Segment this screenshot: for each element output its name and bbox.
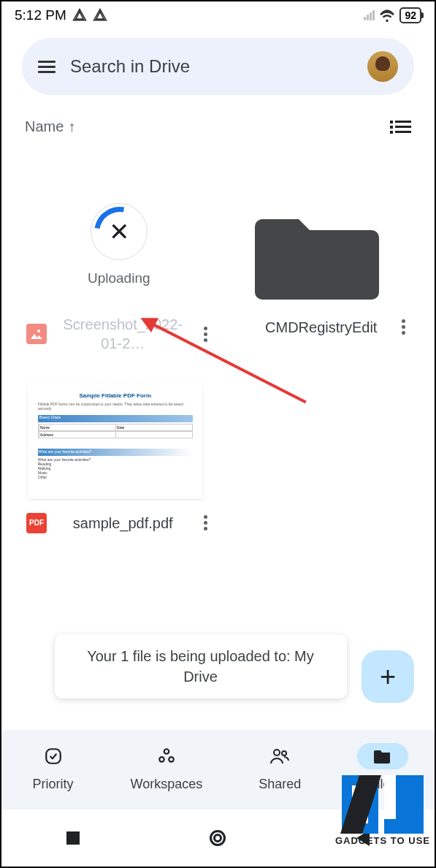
svg-point-6: [282, 751, 286, 755]
file-item-pdf[interactable]: Sample Fillable PDF Form Fillable PDF fo…: [23, 382, 215, 535]
recents-button[interactable]: [66, 831, 80, 845]
pdf-thumbnail: Sample Fillable PDF Form Fillable PDF fo…: [28, 382, 203, 499]
nav-workspaces[interactable]: Workspaces: [131, 743, 203, 792]
svg-rect-1: [46, 749, 61, 764]
svg-point-0: [37, 330, 40, 332]
avatar[interactable]: [367, 51, 398, 82]
file-item-uploading[interactable]: ✕ Uploading Screenshot_2022-01-2…: [23, 186, 215, 353]
sort-button[interactable]: Name ↑: [25, 118, 75, 135]
status-bar: 5:12 PM 92: [1, 1, 435, 29]
drive-icon: [72, 8, 87, 23]
search-input[interactable]: Search in Drive: [70, 56, 353, 77]
file-item-folder[interactable]: CMDRegistryEdit: [222, 186, 413, 353]
more-icon[interactable]: [199, 322, 212, 346]
search-bar[interactable]: Search in Drive: [22, 38, 414, 95]
view-toggle-icon[interactable]: [390, 121, 411, 134]
menu-icon[interactable]: [38, 61, 56, 73]
more-icon[interactable]: [199, 511, 212, 535]
svg-point-4: [169, 757, 174, 762]
drive-icon: [93, 8, 107, 23]
shared-icon: [269, 747, 290, 766]
signal-icon: [364, 10, 375, 20]
battery-icon: 92: [399, 7, 421, 23]
file-name: sample_pdf.pdf: [54, 514, 192, 533]
watermark: GADGETS TO USE: [335, 775, 430, 846]
svg-point-2: [164, 749, 169, 754]
nav-shared[interactable]: Shared: [254, 743, 305, 792]
file-grid: ✕ Uploading Screenshot_2022-01-2… CMDReg…: [1, 150, 435, 535]
workspaces-icon: [157, 747, 176, 766]
priority-icon: [44, 747, 63, 766]
nav-priority[interactable]: Priority: [28, 743, 79, 792]
upload-toast: Your 1 file is being uploaded to: My Dri…: [55, 634, 347, 698]
svg-point-3: [159, 757, 164, 762]
arrow-up-icon: ↑: [68, 118, 75, 135]
image-icon: [26, 324, 47, 344]
svg-point-5: [274, 750, 280, 755]
more-icon[interactable]: [397, 315, 410, 339]
status-time: 5:12 PM: [15, 7, 66, 23]
folder-name: CMDRegistryEdit: [253, 318, 391, 337]
files-icon: [374, 749, 391, 764]
folder-icon: [255, 205, 379, 300]
sort-header: Name ↑: [1, 104, 435, 150]
pdf-icon: PDF: [26, 513, 47, 533]
home-button[interactable]: [210, 830, 226, 846]
wifi-icon: [379, 9, 395, 22]
upload-spinner[interactable]: ✕: [91, 203, 148, 260]
add-button[interactable]: +: [362, 650, 414, 703]
uploading-label: Uploading: [88, 270, 150, 286]
